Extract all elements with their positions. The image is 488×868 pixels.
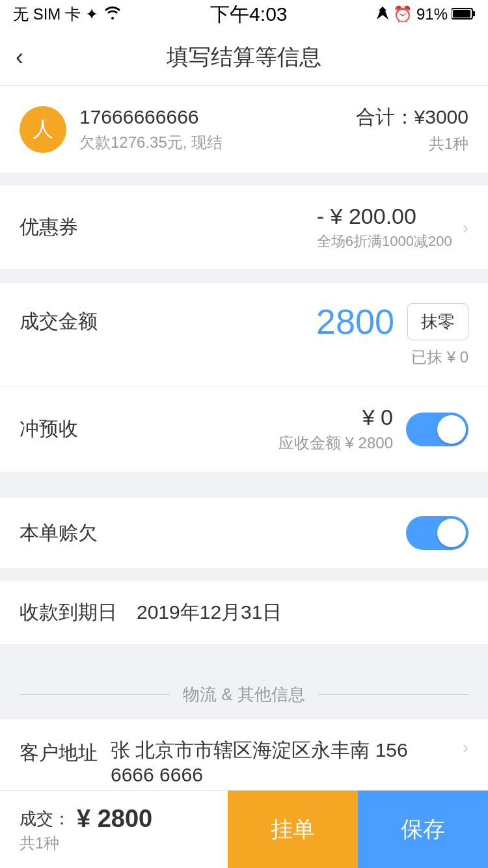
wifi-icon — [103, 5, 122, 23]
avatar: 人 — [20, 106, 66, 153]
arrearage-toggle-thumb — [437, 519, 466, 547]
toggle-thumb — [437, 415, 466, 444]
coupon-row[interactable]: 优惠券 - ¥ 200.00 全场6折满1000减200 › — [0, 185, 488, 270]
prepay-right: ¥ 0 应收金额 ¥ 2800 — [278, 405, 468, 454]
battery-icon — [452, 5, 475, 23]
status-bar: 无 SIM 卡 ✦ 下午4:03 ⏰ 91% — [0, 0, 488, 29]
bottom-trade-row: 成交： ¥ 2800 — [20, 805, 208, 833]
svg-rect-2 — [453, 10, 470, 18]
address-label: 客户地址 — [20, 737, 98, 766]
trade-amount-section: 成交金额 2800 抹零 已抹 ¥ 0 — [0, 283, 488, 387]
coupon-desc: 全场6折满1000减200 — [317, 232, 452, 251]
prepay-section: 冲预收 ¥ 0 应收金额 ¥ 2800 — [0, 387, 488, 472]
bottom-bar: 成交： ¥ 2800 共1种 挂单 保存 — [0, 790, 488, 868]
prepay-toggle[interactable] — [406, 413, 468, 446]
status-time: 下午4:03 — [210, 1, 287, 28]
status-left: 无 SIM 卡 ✦ — [13, 4, 122, 25]
pending-button[interactable]: 挂单 — [228, 791, 358, 869]
arrearage-section: 本单赊欠 — [0, 498, 488, 568]
receivable-amount: 应收金额 ¥ 2800 — [278, 433, 393, 454]
logistics-divider: 物流 & 其他信息 — [0, 670, 488, 719]
coupon-right: - ¥ 200.00 全场6折满1000减200 › — [317, 204, 468, 251]
save-button[interactable]: 保存 — [358, 791, 488, 869]
page-title: 填写结算等信息 — [167, 42, 321, 72]
coupon-label: 优惠券 — [20, 214, 78, 241]
content-area: 人 17666666666 欠款1276.35元, 现结 合计：¥3000 共1… — [0, 86, 488, 868]
section-divider-3 — [0, 657, 488, 670]
total-count: 共1种 — [356, 133, 468, 154]
arrearage-toggle[interactable] — [406, 516, 468, 550]
address-value: 张 北京市市辖区海淀区永丰南 156 6666 6666 — [111, 737, 450, 786]
battery-text: 91% — [416, 5, 448, 23]
bottom-trade-count: 共1种 — [20, 833, 208, 854]
trade-row: 成交金额 2800 抹零 — [20, 301, 468, 342]
status-right: ⏰ 91% — [376, 5, 475, 23]
total-amount: 合计：¥3000 — [356, 104, 468, 131]
arrearage-toggle-track — [406, 516, 468, 550]
logistics-divider-text: 物流 & 其他信息 — [183, 683, 305, 706]
location-icon — [376, 5, 389, 23]
back-button[interactable]: ‹ — [16, 44, 23, 71]
customer-right: 合计：¥3000 共1种 — [356, 104, 468, 154]
divider-line-left — [20, 694, 170, 695]
due-date-label: 收款到期日 — [20, 599, 117, 626]
toggle-track — [406, 413, 468, 446]
no-sim-text: 无 SIM 卡 ✦ — [13, 4, 98, 25]
coupon-amount: - ¥ 200.00 — [317, 204, 452, 229]
customer-phone: 17666666666 — [79, 106, 223, 128]
customer-left: 人 17666666666 欠款1276.35元, 现结 — [20, 106, 223, 153]
section-divider-2 — [0, 485, 488, 498]
trade-amount-right: 2800 抹零 — [316, 301, 468, 342]
divider-line-right — [318, 694, 468, 695]
svg-rect-1 — [472, 11, 475, 16]
trade-amount-value: 2800 — [316, 301, 394, 342]
prepay-amount-info: ¥ 0 应收金额 ¥ 2800 — [278, 405, 393, 454]
bottom-trade-label: 成交： — [20, 807, 70, 830]
nav-bar: ‹ 填写结算等信息 — [0, 29, 488, 86]
arrearage-label: 本单赊欠 — [20, 520, 98, 547]
prepay-amount: ¥ 0 — [278, 405, 393, 430]
already-rounded-text: 已抹 ¥ 0 — [20, 347, 468, 368]
round-off-button[interactable]: 抹零 — [407, 303, 468, 340]
trade-amount-label: 成交金额 — [20, 308, 98, 335]
address-chevron-icon: › — [463, 737, 468, 758]
customer-debt: 欠款1276.35元, 现结 — [79, 132, 223, 153]
bottom-trade-amount: ¥ 2800 — [77, 805, 152, 833]
due-date-value: 2019年12月31日 — [137, 599, 282, 626]
section-divider-1 — [0, 270, 488, 283]
bottom-summary: 成交： ¥ 2800 共1种 — [0, 805, 228, 854]
customer-card: 人 17666666666 欠款1276.35元, 现结 合计：¥3000 共1… — [0, 86, 488, 172]
due-date-section: 收款到期日 2019年12月31日 — [0, 581, 488, 644]
customer-info: 17666666666 欠款1276.35元, 现结 — [79, 106, 223, 153]
chevron-right-icon: › — [463, 217, 468, 238]
coupon-info: - ¥ 200.00 全场6折满1000减200 — [317, 204, 452, 251]
prepay-label: 冲预收 — [20, 416, 78, 442]
alarm-icon: ⏰ — [393, 5, 413, 23]
